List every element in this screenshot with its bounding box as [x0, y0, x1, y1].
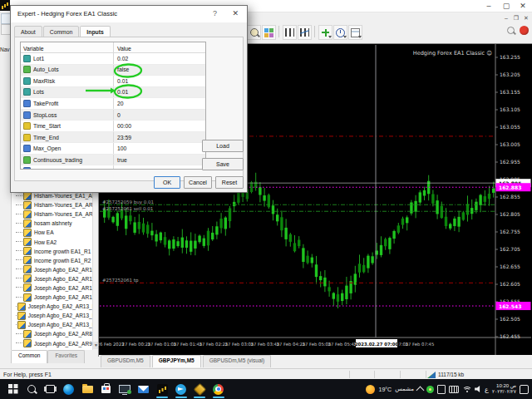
navigator-item-label: How EA2: [34, 239, 57, 245]
weather-condition[interactable]: مشمس: [395, 386, 414, 392]
taskbar-task-view-button[interactable]: [41, 379, 60, 399]
chart-tab-gbpusd[interactable]: GBPUSDm,M5: [101, 355, 150, 367]
navigator-item[interactable]: Joseph Agbo_EA2_AR13: [12, 293, 99, 302]
navigator-item[interactable]: Joseph Agbo_EA2_AR13_R3: [12, 320, 99, 329]
child-restore-icon[interactable]: ❐: [512, 13, 520, 22]
param-row-Lots[interactable]: Lots0.01: [21, 87, 205, 99]
dialog-titlebar[interactable]: Expert - Hedging Forex EA1 Classic ? ✕: [11, 6, 247, 22]
taskbar-metatrader-button[interactable]: [153, 379, 172, 399]
bar-chart-button[interactable]: [283, 25, 297, 40]
touch-keyboard-icon[interactable]: [449, 386, 459, 393]
param-row-Time_End[interactable]: Time_End23:59: [21, 132, 205, 144]
param-row-Max_Open[interactable]: Max_Open100: [21, 143, 205, 155]
child-minimize-icon[interactable]: –: [502, 13, 510, 22]
navigator-item[interactable]: Hisham-Younes_EA_AR4: [12, 209, 99, 219]
dialog-help-icon[interactable]: ?: [213, 9, 217, 17]
table-header: Variable Value: [21, 42, 205, 53]
templates-button[interactable]: [348, 25, 362, 40]
taskbar-start-button[interactable]: [3, 379, 22, 399]
param-value-MaxRisk[interactable]: 0.01: [114, 76, 205, 86]
navigator-item[interactable]: Joseph Agbo_EA2_AR8: [12, 329, 99, 338]
search-icon[interactable]: [507, 27, 515, 34]
volume-icon[interactable]: [475, 386, 481, 392]
navigator-item[interactable]: How EA2: [12, 237, 99, 246]
child-close-icon[interactable]: ✕: [522, 13, 530, 22]
alert-badge-icon[interactable]: [520, 26, 529, 35]
taskbar-file-explorer-button[interactable]: [78, 379, 97, 399]
param-value-Max_Open[interactable]: 100: [114, 143, 205, 154]
taskbar-edge-button[interactable]: [60, 379, 79, 399]
taskbar-gold-app-button[interactable]: [190, 379, 209, 399]
param-value-Time_Start[interactable]: 00:00: [114, 121, 205, 131]
navigator-item[interactable]: hosam alshnety: [12, 219, 99, 228]
navigator-item[interactable]: income growth EA1_R1: [12, 247, 99, 256]
param-value-StopLoss[interactable]: 0: [114, 110, 205, 121]
expert-advisor-icon: [23, 247, 32, 255]
close-icon[interactable]: ✕: [515, 1, 531, 11]
param-row-Continuous_trading[interactable]: Continuous_tradingtrue: [21, 155, 205, 166]
periods-button[interactable]: [333, 25, 347, 40]
save-button[interactable]: Save: [202, 158, 244, 170]
tray-app-icon[interactable]: [426, 386, 434, 393]
status-help-text: For Help, press F1: [3, 372, 52, 377]
navigator-item-label: income growth EA1_R2: [34, 258, 91, 264]
navigator-item[interactable]: Joseph Agbo_EA2_AR13_R1: [12, 302, 99, 311]
language-indicator[interactable]: ع: [485, 386, 489, 393]
navigator-item[interactable]: Joseph Agbo_EA2_AR12: [12, 283, 99, 293]
navigator-item[interactable]: Joseph Agbo_EA2_AR11: [12, 274, 99, 283]
taskbar-telegram-button[interactable]: [172, 379, 191, 399]
tab-common[interactable]: Common: [11, 350, 47, 363]
chart-tab-gbpusd-visual[interactable]: GBPUSDm,M5 (visual): [203, 355, 271, 367]
notification-center-icon[interactable]: [520, 385, 529, 394]
taskbar-search-button[interactable]: [22, 379, 42, 399]
taskbar-store-button[interactable]: [97, 379, 116, 399]
dropdown-caret-icon: [328, 36, 332, 38]
weather-sun-icon[interactable]: [366, 385, 375, 394]
tray-time: 10:20 ص: [496, 383, 516, 390]
param-row-MagicNumber[interactable]: MagicNumber1313: [21, 165, 205, 170]
navigator-item[interactable]: income growth EA1_R2: [12, 256, 99, 265]
tab-favorites[interactable]: Favorites: [47, 350, 85, 363]
wifi-icon[interactable]: [462, 386, 471, 392]
dialog-close-icon[interactable]: ✕: [232, 9, 239, 17]
add-indicator-button[interactable]: [318, 25, 332, 40]
weather-temp[interactable]: 19°C: [378, 387, 392, 392]
param-row-Lot1[interactable]: Lot10.02: [21, 53, 205, 65]
param-row-TakeProfit[interactable]: TakeProfit20: [21, 98, 205, 110]
param-row-StopLoss[interactable]: StopLoss0: [21, 110, 205, 121]
param-row-MaxRisk[interactable]: MaxRisk0.01: [21, 76, 205, 87]
param-value-Continuous_trading[interactable]: true: [114, 155, 205, 165]
navigator-item[interactable]: Joseph Agbo_EA2_AR13_R2: [12, 311, 99, 320]
param-row-Auto_Lots[interactable]: Auto_Lotsfalse: [21, 65, 205, 76]
param-value-Time_End[interactable]: 23:59: [114, 132, 205, 143]
navigator-item[interactable]: Joseph Agbo_EA2_AR9: [12, 339, 99, 348]
line-chart-button[interactable]: [298, 25, 312, 40]
reset-button[interactable]: Reset: [215, 176, 244, 189]
tray-expand-icon[interactable]: [416, 387, 425, 395]
param-value-Lot1[interactable]: 0.02: [114, 53, 205, 64]
taskbar-chrome-button[interactable]: [209, 379, 229, 399]
ok-button[interactable]: OK: [154, 176, 180, 189]
navigator-item[interactable]: Hisham-Younes_EA_AR3: [12, 200, 99, 209]
minimize-icon[interactable]: –: [480, 1, 497, 11]
navigator-item-label: Joseph Agbo_EA2_AR12: [34, 285, 95, 291]
load-button[interactable]: Load: [202, 140, 244, 152]
navigator-item-label: Hisham-Younes_EA_AR3: [34, 202, 96, 208]
navigator-item[interactable]: Joseph Agbo_EA2_AR10: [12, 265, 99, 274]
zoom-in-button[interactable]: [247, 25, 261, 40]
taskbar-system-monitor-button[interactable]: [116, 379, 135, 399]
chart-tab-gbpjpy[interactable]: GBPJPYm,M5: [152, 355, 201, 367]
cancel-button[interactable]: Cancel: [184, 176, 212, 189]
clock[interactable]: 10:20 ص ٢٠٢٣/٠٢/٢٧: [492, 383, 516, 396]
tray-notes-icon[interactable]: [437, 385, 446, 394]
param-row-Time_Start[interactable]: Time_Start00:00: [21, 121, 205, 132]
taskbar-mail-button[interactable]: [135, 379, 154, 399]
param-value-MagicNumber[interactable]: 1313: [114, 165, 205, 170]
param-value-Lots[interactable]: 0.01: [114, 87, 205, 98]
tree-connector: [16, 250, 22, 252]
tile-windows-button[interactable]: [262, 25, 276, 40]
maximize-icon[interactable]: ▢: [498, 1, 515, 11]
navigator-item[interactable]: How EA: [12, 228, 99, 237]
param-value-TakeProfit[interactable]: 20: [114, 98, 205, 109]
param-value-Auto_Lots[interactable]: false: [114, 65, 205, 76]
